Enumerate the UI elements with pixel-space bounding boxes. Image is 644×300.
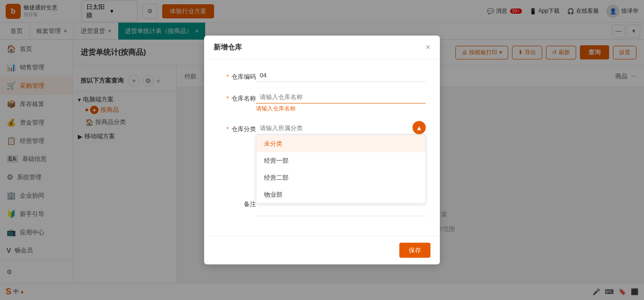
name-error-msg: 请输入仓库名称 [256,105,426,113]
form-row-name: * 仓库名称 请输入仓库名称 [218,91,426,113]
category-label: * 仓库分类 [218,121,256,133]
name-label: * 仓库名称 [218,91,256,103]
modal-title: 新增仓库 [214,43,242,52]
name-input[interactable] [256,91,426,104]
code-input[interactable] [256,69,426,82]
form-row-category: * 仓库分类 ▲ 未分类 经营一部 经营二部 物业部 [218,121,426,135]
category-input-wrap: ▲ [256,121,426,135]
save-button[interactable]: 保存 [399,243,430,258]
form-row-code: * 仓库编码 [218,69,426,82]
name-field-wrap: 请输入仓库名称 [256,91,426,113]
code-field-wrap [256,69,426,82]
category-option-dept2[interactable]: 经营二部 [256,169,425,186]
modal-body: * 仓库编码 * 仓库名称 请输入仓库名称 * 仓库分类 [204,59,440,236]
modal-close-button[interactable]: × [425,42,430,52]
modal-header: 新增仓库 × [204,36,440,59]
category-input[interactable] [256,121,413,134]
category-option-unclassified[interactable]: 未分类 [256,135,425,152]
category-dropdown: 未分类 经营一部 经营二部 物业部 [256,135,426,204]
add-warehouse-modal: 新增仓库 × * 仓库编码 * 仓库名称 请输入仓库名称 [204,36,440,265]
category-toggle-button[interactable]: ▲ [413,121,426,134]
required-star: * [226,73,229,80]
category-option-dept1[interactable]: 经营一部 [256,152,425,169]
modal-footer: 保存 [204,236,440,265]
category-field-wrap: ▲ 未分类 经营一部 经营二部 物业部 [256,121,426,135]
code-label: * 仓库编码 [218,69,256,81]
category-option-property[interactable]: 物业部 [256,186,425,203]
note-label: 备注 [218,196,256,208]
